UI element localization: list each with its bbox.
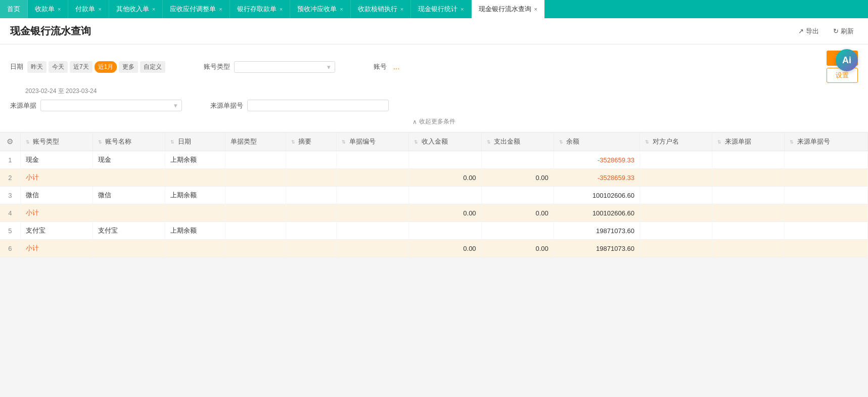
nav-bank-flow[interactable]: 现金银行流水查询 ×	[472, 0, 544, 18]
sort-arrows-summary: ⇅	[291, 140, 295, 145]
cell-date	[165, 240, 225, 257]
nav-bank-stats-close[interactable]: ×	[461, 6, 464, 12]
ai-badge[interactable]: Ai	[836, 49, 858, 71]
source-doc-no-filter-group: 来源单据号	[210, 100, 389, 111]
nav-adjustment[interactable]: 应收应付调整单 ×	[163, 0, 230, 18]
refresh-button[interactable]: ↻ 刷新	[829, 25, 858, 38]
source-doc-select[interactable]: ▾	[40, 100, 182, 111]
nav-prepaid-close[interactable]: ×	[340, 6, 343, 12]
cell-date	[165, 204, 225, 222]
nav-payment[interactable]: 付款单 ×	[68, 0, 109, 18]
col-counterparty[interactable]: ⇅ 对方户名	[640, 133, 712, 151]
date-yesterday[interactable]: 昨天	[27, 61, 47, 73]
export-button[interactable]: ↗ 导出	[794, 25, 823, 38]
cell-index: 4	[0, 204, 20, 222]
account-type-select[interactable]: ▾	[234, 61, 335, 73]
cell-income: 0.00	[409, 240, 481, 257]
table-row: 6 小计 0.00 0.00 19871073.60	[0, 240, 868, 257]
cell-expense: 0.00	[481, 204, 554, 222]
sort-arrows-expense: ⇅	[487, 140, 491, 145]
cell-summary	[286, 151, 337, 169]
date-custom[interactable]: 自定义	[140, 61, 165, 73]
col-doc-no[interactable]: ⇅ 单据编号	[337, 133, 409, 151]
cell-index: 6	[0, 240, 20, 257]
cell-source-doc-no	[785, 222, 868, 240]
cell-doc-type	[225, 204, 286, 222]
cell-doc-no	[337, 187, 409, 204]
date-more[interactable]: 更多	[119, 61, 138, 73]
nav-bank-flow-close[interactable]: ×	[534, 6, 537, 12]
refresh-icon: ↻	[833, 27, 839, 35]
collapse-icon: ∧	[413, 118, 417, 125]
cell-doc-no	[337, 151, 409, 169]
account-type-filter-group: 账号类型 ▾	[204, 61, 335, 73]
gear-icon[interactable]: ⚙	[7, 137, 13, 146]
col-account-type[interactable]: ⇅ 账号类型	[20, 133, 93, 151]
cell-source-doc	[712, 204, 785, 222]
page-title: 现金银行流水查询	[10, 24, 91, 38]
col-date[interactable]: ⇅ 日期	[165, 133, 225, 151]
cell-counterparty	[640, 151, 712, 169]
col-income[interactable]: ⇅ 收入金额	[409, 133, 481, 151]
cell-account-type: 小计	[20, 240, 93, 257]
source-doc-label: 来源单据	[10, 101, 36, 110]
cell-account-name	[93, 204, 165, 222]
cell-source-doc-no	[785, 240, 868, 257]
cell-income	[409, 222, 481, 240]
cell-doc-type	[225, 222, 286, 240]
cell-balance: 100102606.60	[554, 204, 639, 222]
filter-row-2: 来源单据 ▾ 来源单据号	[10, 100, 858, 111]
nav-verification-close[interactable]: ×	[400, 6, 403, 12]
nav-payment-close[interactable]: ×	[98, 6, 101, 12]
nav-receipt-close[interactable]: ×	[58, 6, 61, 12]
cell-source-doc-no	[785, 187, 868, 204]
collapse-label: 收起更多条件	[419, 117, 455, 126]
date-7days[interactable]: 近7天	[70, 61, 93, 73]
cell-index: 5	[0, 222, 20, 240]
header-actions: ↗ 导出 ↻ 刷新	[794, 25, 858, 38]
cell-balance: 100102606.60	[554, 187, 639, 204]
cell-doc-no	[337, 240, 409, 257]
cell-summary	[286, 240, 337, 257]
nav-receipt[interactable]: 收款单 ×	[28, 0, 68, 18]
account-dots-button[interactable]: ...	[391, 62, 401, 71]
nav-bank-deposit[interactable]: 银行存取款单 ×	[230, 0, 290, 18]
collapse-bar[interactable]: ∧ 收起更多条件	[10, 115, 858, 128]
source-doc-filter-group: 来源单据 ▾	[10, 100, 182, 111]
cell-date: 上期余额	[165, 222, 225, 240]
nav-verification[interactable]: 收款核销执行 ×	[351, 0, 411, 18]
source-doc-no-input[interactable]	[247, 100, 389, 111]
sort-arrows-balance: ⇅	[559, 140, 563, 145]
table-area: ⚙ ⇅ 账号类型 ⇅ 账号名称 ⇅ 日期 单据类型 ⇅	[0, 133, 868, 257]
date-filter-group: 日期 昨天 今天 近7天 近1月 更多 自定义	[10, 61, 165, 73]
cell-income	[409, 151, 481, 169]
cell-doc-no	[337, 204, 409, 222]
date-1month[interactable]: 近1月	[95, 61, 117, 73]
source-doc-chevron: ▾	[174, 102, 177, 109]
col-source-doc-no[interactable]: ⇅ 来源单据号	[785, 133, 868, 151]
source-doc-no-label: 来源单据号	[210, 101, 243, 110]
nav-other-income-close[interactable]: ×	[152, 6, 155, 12]
nav-bank-deposit-close[interactable]: ×	[280, 6, 283, 12]
account-type-label: 账号类型	[204, 62, 230, 71]
col-expense[interactable]: ⇅ 支出金额	[481, 133, 554, 151]
cell-doc-no	[337, 222, 409, 240]
nav-adjustment-close[interactable]: ×	[219, 6, 222, 12]
cell-index: 2	[0, 169, 20, 187]
date-today[interactable]: 今天	[49, 61, 68, 73]
nav-other-income[interactable]: 其他收入单 ×	[109, 0, 163, 18]
nav-prepaid[interactable]: 预收冲应收单 ×	[290, 0, 350, 18]
cell-account-type: 小计	[20, 204, 93, 222]
col-account-name[interactable]: ⇅ 账号名称	[93, 133, 165, 151]
cell-expense	[481, 151, 554, 169]
filter-area: 日期 昨天 今天 近7天 近1月 更多 自定义 账号类型 ▾ 账号 ...	[0, 45, 868, 133]
nav-bank-stats[interactable]: 现金银行统计 ×	[411, 0, 471, 18]
cell-expense: 0.00	[481, 240, 554, 257]
date-label: 日期	[10, 62, 23, 71]
col-source-doc[interactable]: ⇅ 来源单据	[712, 133, 785, 151]
col-balance[interactable]: ⇅ 余额	[554, 133, 639, 151]
cell-source-doc	[712, 187, 785, 204]
col-summary[interactable]: ⇅ 摘要	[286, 133, 337, 151]
nav-home[interactable]: 首页	[0, 0, 28, 18]
cell-counterparty	[640, 204, 712, 222]
